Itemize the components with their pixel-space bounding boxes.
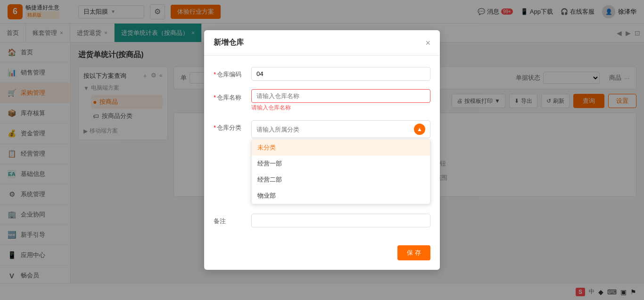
modal-body: 仓库编码 仓库名称 请输入仓库名称 仓库分类 ▲ xyxy=(204,56,440,245)
notes-input[interactable] xyxy=(251,214,430,227)
modal-overlay[interactable]: 新增仓库 × 仓库编码 仓库名称 请输入仓库名称 仓库分类 xyxy=(0,0,644,300)
form-row-notes: 备注 xyxy=(214,214,430,227)
form-row-name: 仓库名称 请输入仓库名称 xyxy=(214,89,430,112)
modal-title: 新增仓库 xyxy=(214,38,244,48)
option-dept2[interactable]: 经营二部 xyxy=(252,172,430,188)
category-input-row: ▲ xyxy=(251,120,430,138)
code-label: 仓库编码 xyxy=(214,67,251,79)
option-dept1[interactable]: 经营一部 xyxy=(252,156,430,172)
notes-label: 备注 xyxy=(214,214,251,225)
modal-dialog: 新增仓库 × 仓库编码 仓库名称 请输入仓库名称 仓库分类 xyxy=(204,30,440,270)
category-dropdown-arrow[interactable]: ▲ xyxy=(414,124,425,135)
category-label: 仓库分类 xyxy=(214,120,251,132)
name-input[interactable] xyxy=(251,89,430,103)
form-row-code: 仓库编码 xyxy=(214,67,430,81)
name-error-msg: 请输入仓库名称 xyxy=(251,104,430,112)
save-button[interactable]: 保 存 xyxy=(397,245,430,260)
form-row-category: 仓库分类 ▲ 未分类 经营一部 经营二部 物业部 xyxy=(214,120,430,138)
option-property[interactable]: 物业部 xyxy=(252,188,430,204)
category-dropdown-menu: 未分类 经营一部 经营二部 物业部 xyxy=(251,139,430,204)
code-input[interactable] xyxy=(251,67,430,81)
name-label: 仓库名称 xyxy=(214,90,251,102)
option-uncategorized[interactable]: 未分类 xyxy=(252,140,430,156)
category-input[interactable] xyxy=(256,126,414,133)
modal-header: 新增仓库 × xyxy=(204,30,440,56)
modal-close-button[interactable]: × xyxy=(425,39,430,47)
modal-footer: 保 存 xyxy=(204,245,440,270)
category-wrap: ▲ 未分类 经营一部 经营二部 物业部 xyxy=(251,120,430,138)
